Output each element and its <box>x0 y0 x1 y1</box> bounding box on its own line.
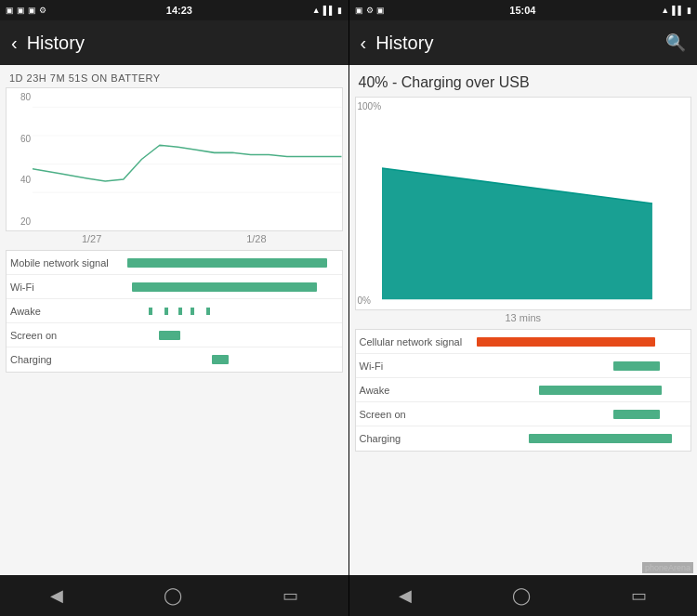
left-content: 1D 23H 7M 51S ON BATTERY 80 60 40 20 1/2… <box>0 65 348 575</box>
left-wifi-label: Wi-Fi <box>10 282 122 293</box>
right-charging-bar <box>529 434 672 443</box>
right-wifi-label: Wi-Fi <box>360 360 471 372</box>
left-mobile-bar-container <box>127 258 338 268</box>
right-battery-chart: 100% 0% <box>355 97 692 310</box>
right-screen-bar-container <box>477 410 688 419</box>
right-back-nav[interactable]: ◀ <box>384 580 427 611</box>
left-wifi-bar <box>132 282 317 292</box>
right-status-time: 15:04 <box>509 5 535 16</box>
right-charging-bar-container <box>477 434 688 443</box>
left-charging-bar-container <box>127 355 338 364</box>
left-page-title: History <box>27 33 337 54</box>
left-top-bar: ‹ History <box>0 20 348 65</box>
left-wifi-bar-container <box>127 282 338 292</box>
left-back-button[interactable]: ‹ <box>11 33 18 54</box>
left-signal-row-mobile: Mobile network signal <box>7 251 342 275</box>
left-signal-row-charging: Charging <box>7 347 342 372</box>
right-signal-row-awake: Awake <box>356 378 691 402</box>
left-date-labels: 1/27 1/28 <box>0 231 348 246</box>
right-wifi-bar-container <box>477 361 688 371</box>
left-recents-nav[interactable]: ▭ <box>268 580 313 611</box>
left-screen-label: Screen on <box>10 330 122 341</box>
left-signal-row-wifi: Wi-Fi <box>7 275 342 299</box>
right-bottom-nav: ◀ ◯ ▭ <box>349 575 698 616</box>
right-signal-row-charging: Charging <box>356 426 691 451</box>
right-page-title: History <box>375 33 656 54</box>
left-mobile-bar <box>127 258 327 268</box>
left-signal-icon: ▌▌ <box>323 6 335 15</box>
left-status-icon2: ▣ <box>17 6 25 15</box>
right-panel: ▣ ⚙ ▣ 15:04 ▲ ▌▌ ▮ ‹ History 🔍 40% - Cha… <box>349 0 698 616</box>
left-mobile-label: Mobile network signal <box>10 257 122 269</box>
right-signal-row-wifi: Wi-Fi <box>356 354 691 378</box>
left-y-80: 80 <box>8 92 31 102</box>
right-cellular-bar <box>477 337 656 347</box>
right-battery-status-icon: ▮ <box>687 6 691 15</box>
left-back-nav[interactable]: ◀ <box>35 580 78 611</box>
right-wifi-status-icon: ▲ <box>661 6 669 15</box>
right-y-top: 100% <box>358 101 382 111</box>
left-signal-row-awake: Awake <box>7 299 342 323</box>
right-x-label: 13 mins <box>349 310 698 325</box>
search-icon[interactable]: 🔍 <box>665 33 686 53</box>
left-awake-bar-container <box>127 307 338 316</box>
left-panel: ▣ ▣ ▣ ⚙ 14:23 ▲ ▌▌ ▮ ‹ History 1D 23H 7M… <box>0 0 348 616</box>
left-screen-bar <box>159 331 180 340</box>
left-charging-bar <box>212 355 229 364</box>
right-charging-bar-label: Charging <box>360 433 471 444</box>
left-screen-bar-container <box>127 331 338 340</box>
right-status-bar: ▣ ⚙ ▣ 15:04 ▲ ▌▌ ▮ <box>349 0 698 20</box>
right-status-right: ▲ ▌▌ ▮ <box>661 6 691 15</box>
left-signal-section: Mobile network signal Wi-Fi Awake <box>6 250 343 373</box>
right-screen-label: Screen on <box>360 409 471 420</box>
right-cellular-label: Cellular network signal <box>360 336 471 347</box>
right-signal-row-screen: Screen on <box>356 402 691 426</box>
left-date-2: 1/28 <box>246 233 266 244</box>
right-signal-row-cellular: Cellular network signal <box>356 330 691 354</box>
left-battery-label: 1D 23H 7M 51S ON BATTERY <box>0 65 348 87</box>
left-status-bar: ▣ ▣ ▣ ⚙ 14:23 ▲ ▌▌ ▮ <box>0 0 348 20</box>
left-status-left: ▣ ▣ ▣ ⚙ <box>6 6 46 15</box>
left-awake-label: Awake <box>10 306 122 317</box>
left-y-labels: 80 60 40 20 <box>7 88 33 230</box>
right-recents-nav[interactable]: ▭ <box>616 580 662 611</box>
left-bottom-nav: ◀ ◯ ▭ <box>0 575 348 616</box>
left-chart-svg <box>33 88 342 230</box>
right-status-icon1: ▣ <box>355 6 363 15</box>
right-back-button[interactable]: ‹ <box>361 33 367 54</box>
right-screen-bar <box>613 410 660 419</box>
left-home-nav[interactable]: ◯ <box>149 580 197 611</box>
left-date-1: 1/27 <box>82 233 101 244</box>
left-charging-label: Charging <box>10 354 122 365</box>
right-status-icon2: ▣ <box>376 6 385 15</box>
left-status-time: 14:23 <box>166 5 192 16</box>
left-battery-chart: 80 60 40 20 <box>6 87 343 231</box>
right-wifi-bar <box>613 361 660 371</box>
left-status-icon3: ▣ <box>28 6 36 15</box>
right-awake-bar-container <box>477 386 688 395</box>
left-wifi-icon: ▲ <box>312 6 321 15</box>
right-cellular-bar-container <box>477 337 688 347</box>
right-awake-bar <box>539 386 661 395</box>
right-top-bar: ‹ History 🔍 <box>349 20 698 65</box>
left-usb-icon: ⚙ <box>39 6 46 15</box>
svg-marker-4 <box>382 168 652 299</box>
left-status-right: ▲ ▌▌ ▮ <box>312 6 343 15</box>
right-y-bottom: 0% <box>358 295 371 306</box>
left-y-60: 60 <box>8 134 31 144</box>
right-usb-icon: ⚙ <box>366 6 374 15</box>
right-awake-label: Awake <box>360 385 471 396</box>
right-home-nav[interactable]: ◯ <box>497 580 546 611</box>
left-y-20: 20 <box>8 216 31 227</box>
left-battery-icon: ▮ <box>337 6 342 15</box>
left-y-40: 40 <box>8 175 31 185</box>
left-status-icon1: ▣ <box>6 6 14 15</box>
right-status-left: ▣ ⚙ ▣ <box>355 6 385 15</box>
right-content: 40% - Charging over USB 100% 0% 13 mins … <box>349 65 698 575</box>
right-charging-label: 40% - Charging over USB <box>349 65 698 97</box>
right-signal-status-icon: ▌▌ <box>672 6 684 15</box>
right-signal-section: Cellular network signal Wi-Fi Awake Scre… <box>355 329 692 452</box>
left-signal-row-screen: Screen on <box>7 323 342 347</box>
right-chart-svg <box>382 98 691 309</box>
